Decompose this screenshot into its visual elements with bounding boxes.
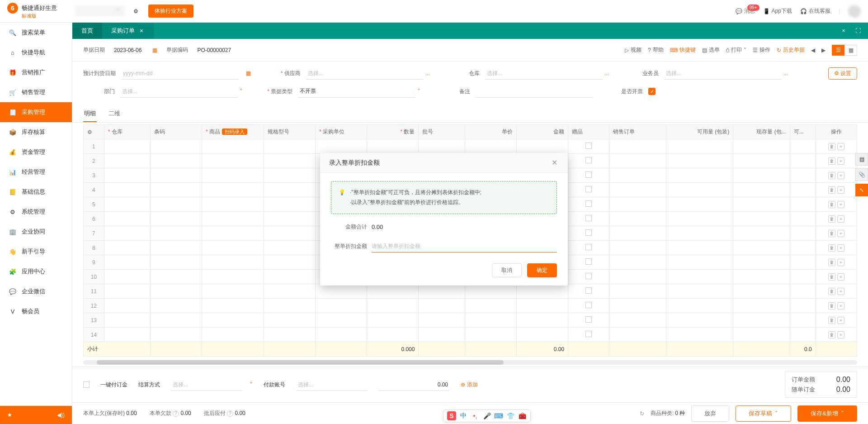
total-label: 金额合计: [331, 223, 367, 231]
close-icon[interactable]: ✕: [550, 158, 559, 167]
hint-line-1: ·"整单折扣金额"可正可负，且将分摊到表体折扣金额中;: [350, 188, 481, 198]
ime-lang[interactable]: 中: [459, 411, 468, 420]
cancel-button[interactable]: 取消: [492, 263, 522, 277]
discount-label: 整单折扣金额: [331, 243, 367, 250]
ime-toolbox-icon[interactable]: 🧰: [518, 411, 527, 420]
modal-body: 💡 ·"整单折扣金额"可正可负，且将分摊到表体折扣金额中; ·以录入"整单折扣金…: [320, 173, 568, 259]
discount-modal: 录入整单折扣金额 ✕ 💡 ·"整单折扣金额"可正可负，且将分摊到表体折扣金额中;…: [320, 153, 568, 286]
ime-mic-icon[interactable]: 🎤: [482, 411, 491, 420]
modal-header: 录入整单折扣金额 ✕: [320, 153, 568, 173]
discount-input[interactable]: [372, 240, 557, 252]
modal-footer: 取消 确定: [320, 259, 568, 286]
ime-bar[interactable]: S 中 •, 🎤 ⌨ 👕 🧰: [443, 410, 531, 422]
ime-logo-icon: S: [447, 411, 456, 420]
modal-field-discount: 整单折扣金额: [331, 240, 557, 252]
ime-keyboard-icon[interactable]: ⌨: [494, 411, 503, 420]
hint-line-2: ·以录入"整单折扣金额"前的单价进行价格追踪。: [350, 198, 481, 208]
ime-punct-icon[interactable]: •,: [471, 411, 480, 420]
ime-skin-icon[interactable]: 👕: [506, 411, 515, 420]
modal-field-total: 金额合计 0.00: [331, 223, 557, 231]
bulb-icon: 💡: [339, 188, 345, 207]
hint-box: 💡 ·"整单折扣金额"可正可负，且将分摊到表体折扣金额中; ·以录入"整单折扣金…: [331, 181, 557, 214]
total-value: 0.00: [372, 224, 383, 230]
ok-button[interactable]: 确定: [527, 263, 557, 277]
modal-title: 录入整单折扣金额: [329, 159, 380, 167]
